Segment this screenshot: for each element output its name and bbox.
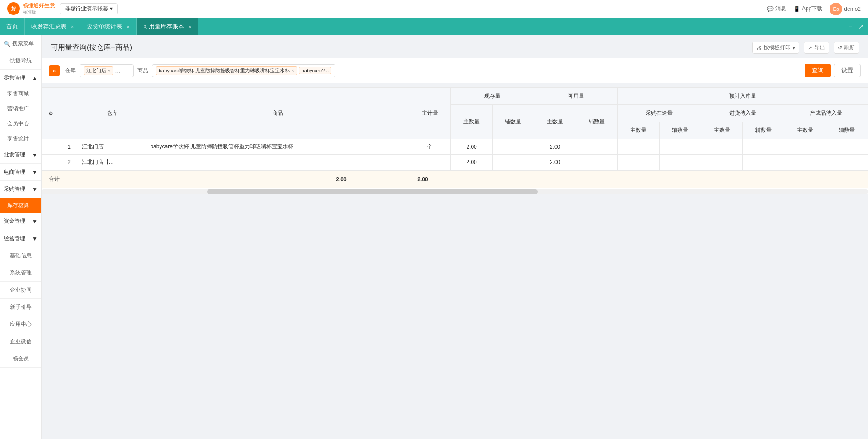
sidebar-search[interactable]: 🔍 搜索菜单	[0, 35, 41, 52]
td-inc-main	[701, 155, 742, 170]
th-no	[60, 88, 78, 139]
sidebar-group-header-finance[interactable]: 资金管理 ▼	[0, 213, 41, 230]
filter-group: 仓库 江北门店 × ... 商品 babycare学饮杯 儿童防摔防撞吸管杯重力…	[65, 64, 799, 77]
logo-area: 好 畅捷通好生意 标准版	[7, 2, 55, 15]
user-area[interactable]: Ea demo2	[830, 3, 861, 15]
td-pur-main	[618, 139, 659, 155]
tab-order[interactable]: 要货单统计表 ×	[80, 18, 136, 35]
gear-icon[interactable]: ⚙	[48, 110, 53, 117]
page-actions: 🖨 按模板打印 ▾ ↗ 导出 ↺ 刷新	[752, 42, 859, 54]
username: demo2	[844, 6, 861, 12]
tab-home[interactable]: 首页	[0, 18, 25, 35]
print-chevron: ▾	[793, 45, 795, 51]
th-product: 商品	[146, 88, 409, 139]
export-icon: ↗	[808, 45, 812, 51]
th-gear[interactable]: ⚙	[42, 88, 60, 139]
filter-actions: 查询 设置	[805, 64, 861, 77]
th-avail-sub: 辅数量	[576, 105, 618, 139]
td-stock-main: 2.00	[451, 155, 492, 170]
td-pro-main	[784, 139, 826, 155]
tab-available-label: 可用量库存账本	[143, 23, 184, 31]
filter-area: » 仓库 江北门店 × ... 商品 babycare学饮杯 儿童防摔防撞吸管杯…	[42, 58, 868, 83]
tab-receive-close[interactable]: ×	[71, 24, 74, 29]
product-tag1-close[interactable]: ×	[291, 68, 294, 73]
sidebar-item-vip[interactable]: 畅会员	[0, 350, 41, 368]
footer-stock-main: 2.00	[321, 176, 362, 183]
print-btn[interactable]: 🖨 按模板打印 ▾	[752, 42, 799, 54]
product-tag2: babycare?...	[299, 67, 332, 74]
refresh-label: 刷新	[844, 44, 855, 52]
refresh-icon: ↺	[838, 45, 842, 51]
warehouse-input[interactable]: 江北门店 × ...	[80, 64, 134, 77]
sidebar-item-base[interactable]: 基础信息	[0, 247, 41, 264]
tab-available[interactable]: 可用量库存账本 ×	[137, 18, 198, 35]
sidebar-item-member[interactable]: 会员中心	[0, 116, 41, 131]
sidebar-item-retail-mall[interactable]: 零售商城	[0, 86, 41, 101]
sidebar-item-inventory[interactable]: 库存核算	[0, 198, 41, 213]
tab-expand-btn[interactable]: ⤢	[858, 23, 863, 31]
sidebar-item-newuser[interactable]: 新手引导	[0, 299, 41, 316]
setting-button[interactable]: 设置	[834, 64, 861, 77]
td-stock-sub	[492, 139, 534, 155]
warehouse-tag-close[interactable]: ×	[108, 68, 110, 73]
industry-selector[interactable]: 母婴行业演示账套 ▾	[60, 3, 118, 14]
td-inc-sub	[743, 139, 784, 155]
sidebar-group-header-wholesale[interactable]: 批发管理 ▼	[0, 146, 41, 163]
top-bar: 好 畅捷通好生意 标准版 母婴行业演示账套 ▾ 💬 消息 📱 App下载 Ea …	[0, 0, 868, 18]
refresh-btn[interactable]: ↺ 刷新	[834, 42, 859, 54]
footer-avail-main: 2.00	[402, 176, 443, 183]
sidebar-group-header-purchase[interactable]: 采购管理 ▼	[0, 181, 41, 198]
logo-text: 畅捷通好生意	[23, 2, 55, 9]
td-product: babycare学饮杯 儿童防摔防撞吸管杯重力球吸嘴杯宝宝水杯	[146, 139, 409, 155]
th-inc-sub: 辅数量	[743, 122, 784, 139]
sidebar-item-quicknav[interactable]: 快捷导航	[0, 52, 41, 70]
sidebar-item-marketing[interactable]: 营销推广	[0, 101, 41, 116]
td-warehouse: 江北门店	[78, 139, 146, 155]
sidebar-group-operations: 经营管理 ▼	[0, 230, 41, 247]
td-avail-main: 2.00	[534, 139, 576, 155]
tab-minimize-btn[interactable]: －	[847, 22, 854, 32]
tab-order-close[interactable]: ×	[127, 24, 129, 29]
td-pur-sub	[659, 155, 701, 170]
td-unit: 个	[409, 139, 451, 155]
chevron-down-icon4: ▼	[32, 218, 38, 225]
product-input[interactable]: babycare学饮杯 儿童防摔防撞吸管杯重力球吸嘴杯宝宝水杯 × babyca…	[152, 64, 335, 77]
data-table: ⚙ 仓库 商品 主计量 现存量 可用量 预计入库量 主数量 辅数量 主数量	[42, 87, 868, 170]
sidebar-group-wholesale: 批发管理 ▼	[0, 146, 41, 164]
sidebar-group-header-ecommerce[interactable]: 电商管理 ▼	[0, 164, 41, 180]
sidebar-group-retail: 零售管理 ▲ 零售商城 营销推广 会员中心 零售统计	[0, 70, 41, 146]
sidebar-item-system[interactable]: 系统管理	[0, 264, 41, 282]
th-pur-sub: 辅数量	[659, 122, 701, 139]
sidebar-item-retail-stats[interactable]: 零售统计	[0, 131, 41, 146]
footer-label: 合计	[45, 175, 127, 183]
warehouse-more[interactable]: ...	[115, 67, 120, 74]
td-product	[146, 155, 409, 170]
th-group-available: 可用量	[534, 88, 617, 105]
query-button[interactable]: 查询	[805, 64, 831, 77]
app-download-action[interactable]: 📱 App下载	[793, 5, 822, 13]
avatar: Ea	[830, 3, 842, 15]
th-avail-main: 主数量	[534, 105, 576, 139]
sidebar-item-appcenter[interactable]: 应用中心	[0, 316, 41, 333]
main-layout: 🔍 搜索菜单 快捷导航 零售管理 ▲ 零售商城 营销推广 会员中心 零售统计 批…	[0, 35, 868, 439]
sidebar-item-wechat[interactable]: 企业微信	[0, 333, 41, 350]
table-row: 1 江北门店 babycare学饮杯 儿童防摔防撞吸管杯重力球吸嘴杯宝宝水杯 个…	[42, 139, 868, 155]
sidebar-purchase-label: 采购管理	[4, 185, 25, 193]
export-label: 导出	[814, 44, 825, 52]
chevron-down-icon3: ▼	[32, 186, 38, 193]
export-btn[interactable]: ↗ 导出	[804, 42, 829, 54]
app-download-label: App下载	[802, 5, 822, 13]
product-tag1-text: babycare学饮杯 儿童防摔防撞吸管杯重力球吸嘴杯宝宝水杯	[159, 67, 290, 74]
message-action[interactable]: 💬 消息	[767, 5, 786, 13]
sidebar-item-enterprise[interactable]: 企业协同	[0, 282, 41, 299]
filter-expand-btn[interactable]: »	[49, 65, 60, 76]
chevron-down-icon: ▼	[32, 152, 38, 158]
tab-receive[interactable]: 收发存汇总表 ×	[25, 18, 80, 35]
horizontal-scrollbar[interactable]	[42, 189, 868, 194]
scroll-thumb[interactable]	[207, 189, 538, 194]
td-stock-sub	[492, 155, 534, 170]
sidebar-group-header-retail[interactable]: 零售管理 ▲	[0, 70, 41, 86]
td-unit	[409, 155, 451, 170]
sidebar-group-header-operations[interactable]: 经营管理 ▼	[0, 230, 41, 247]
tab-available-close[interactable]: ×	[189, 24, 191, 29]
